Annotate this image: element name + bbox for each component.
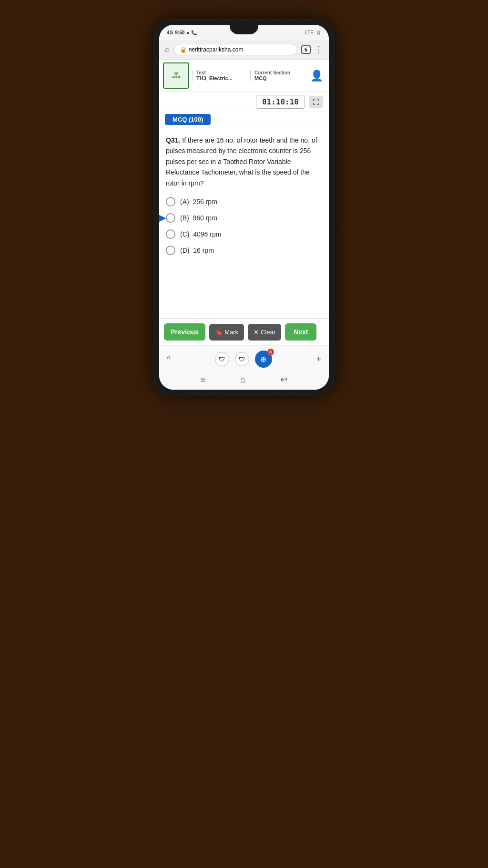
next-button[interactable]: Next — [285, 323, 316, 341]
notch — [230, 25, 258, 34]
shield-icon-1[interactable]: 🛡 — [215, 352, 229, 366]
avatar-icon: 👤 — [310, 70, 323, 82]
option-b-key: (B) — [180, 214, 191, 222]
section-label: Current Section — [254, 70, 308, 75]
clear-x-icon: ✕ — [254, 329, 259, 336]
android-menu-button[interactable]: ≡ — [201, 374, 206, 385]
android-nav-bar: ^ 🛡 🛡 ⊕ ✕ + ≡ ⌂ ↩ — [159, 345, 329, 390]
option-a[interactable]: (A) 256 rpm — [166, 197, 322, 207]
previous-button[interactable]: Previous — [164, 323, 205, 341]
option-a-key: (A) — [180, 198, 191, 206]
browser-home-icon[interactable]: ⌂ — [165, 45, 170, 54]
radio-b[interactable] — [166, 213, 175, 223]
url-text: nerittracpariksha.com — [189, 46, 244, 53]
question-body: If there are 16 no. of rotor teeth and t… — [166, 136, 317, 187]
radio-a[interactable] — [166, 197, 175, 207]
lock-icon: 🔒 — [180, 46, 187, 53]
radio-c[interactable] — [166, 229, 175, 239]
section-tab-bar: MCQ (100) — [159, 112, 329, 127]
fullscreen-button[interactable]: ⛶ — [309, 96, 323, 108]
option-b-label: (B) 960 rpm — [180, 214, 217, 222]
clear-label: Clear — [261, 329, 275, 336]
status-left: 4G 9:50 ● 📞 — [167, 30, 197, 35]
plus-icon[interactable]: + — [316, 354, 321, 364]
exam-info: Test TH3_Electric... Current Section MCQ — [192, 70, 308, 81]
selected-arrow-icon: ▶ — [159, 212, 165, 224]
option-b[interactable]: (B) 960 rpm ▶ — [166, 213, 322, 223]
radio-d[interactable] — [166, 246, 175, 255]
timer-row: 01:10:10 ⛶ — [159, 92, 329, 112]
option-c[interactable]: (C) 4096 rpm — [166, 229, 322, 239]
close-fab-icon[interactable]: ✕ — [267, 349, 274, 355]
caret-up-icon[interactable]: ^ — [167, 355, 171, 363]
test-info-col: Test TH3_Electric... — [192, 70, 250, 81]
option-d-key: (D) — [180, 247, 191, 254]
globe-icon: ⊕ — [260, 355, 266, 364]
timer-display: 01:10:10 — [256, 95, 305, 109]
question-text: Q31. If there are 16 no. of rotor teeth … — [166, 135, 322, 188]
android-home-button[interactable]: ⌂ — [240, 374, 245, 385]
url-bar[interactable]: 🔒 nerittracpariksha.com — [173, 44, 297, 55]
section-info-col: Current Section MCQ — [250, 70, 308, 81]
mark-button[interactable]: 🔖 Mark — [209, 324, 244, 341]
lte-indicator: LTE — [305, 30, 314, 35]
option-d-value: 16 rpm — [193, 247, 214, 254]
time-display: 9:50 — [175, 30, 184, 35]
section-value: MCQ — [254, 75, 308, 81]
mcq-tab[interactable]: MCQ (100) — [165, 114, 211, 125]
option-a-label: (A) 256 rpm — [180, 198, 217, 206]
question-area: Q31. If there are 16 no. of rotor teeth … — [159, 127, 329, 318]
user-avatar: 👤 — [308, 70, 325, 82]
bottom-navigation: Previous 🔖 Mark ✕ Clear Next — [159, 318, 329, 345]
browser-toolbar: ⌂ 🔒 nerittracpariksha.com 5 ⋮ — [159, 40, 329, 60]
floating-action-button[interactable]: ⊕ ✕ — [255, 351, 272, 368]
option-c-key: (C) — [180, 230, 191, 238]
option-b-value: 960 rpm — [193, 214, 217, 222]
option-a-value: 256 rpm — [193, 198, 217, 206]
test-label: Test — [196, 70, 250, 75]
question-number: Q31. — [166, 136, 180, 144]
option-d[interactable]: (D) 16 rpm — [166, 246, 322, 255]
status-right: LTE 🔋 — [305, 30, 321, 35]
mark-label: Mark — [224, 329, 238, 336]
signal-icon: ● — [186, 30, 189, 35]
exam-header: 🌿 NERIT Test TH3_Electric... Current Sec… — [159, 60, 329, 92]
battery-icon: 🔋 — [315, 30, 321, 35]
clear-button[interactable]: ✕ Clear — [248, 324, 281, 341]
test-value: TH3_Electric... — [196, 75, 250, 81]
phone-frame: 4G 9:50 ● 📞 LTE 🔋 ⌂ 🔒 nerittracpariksha.… — [153, 19, 335, 395]
android-system-buttons: ≡ ⌂ ↩ — [159, 372, 329, 388]
tab-count-badge[interactable]: 5 — [301, 45, 311, 54]
android-back-button[interactable]: ↩ — [280, 374, 287, 385]
status-bar: 4G 9:50 ● 📞 LTE 🔋 — [159, 25, 329, 40]
option-c-value: 4096 rpm — [193, 230, 221, 238]
exam-logo: 🌿 NERIT — [163, 62, 189, 89]
android-toolbar: ^ 🛡 🛡 ⊕ ✕ + — [159, 349, 329, 370]
call-icon: 📞 — [191, 30, 197, 35]
toolbar-icons: 🛡 🛡 ⊕ ✕ — [215, 351, 272, 368]
option-c-label: (C) 4096 rpm — [180, 230, 221, 238]
shield-icon-2[interactable]: 🛡 — [235, 352, 249, 366]
phone-screen: 4G 9:50 ● 📞 LTE 🔋 ⌂ 🔒 nerittracpariksha.… — [159, 25, 329, 390]
option-d-label: (D) 16 rpm — [180, 247, 214, 254]
browser-menu-icon[interactable]: ⋮ — [315, 44, 323, 55]
network-indicator: 4G — [167, 30, 173, 35]
bookmark-icon: 🔖 — [215, 329, 223, 336]
options-list: (A) 256 rpm (B) 960 rpm ▶ (C) — [166, 197, 322, 255]
